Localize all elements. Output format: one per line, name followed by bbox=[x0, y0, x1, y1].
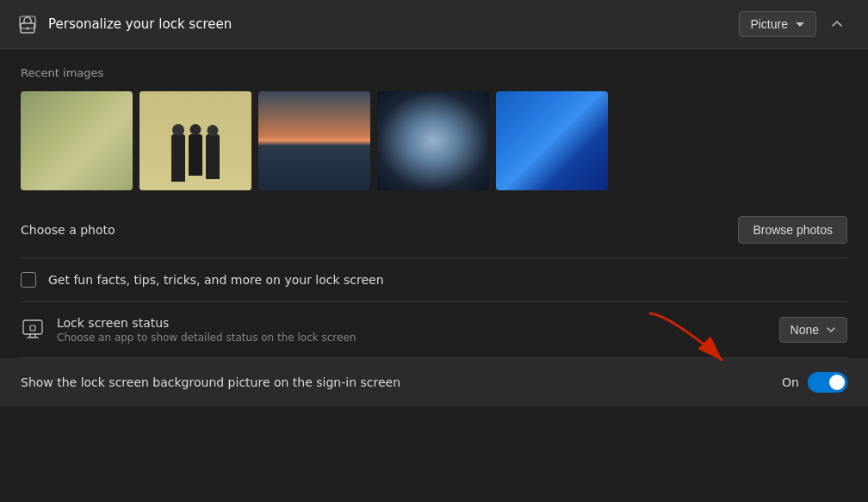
thumbnail-1[interactable] bbox=[21, 91, 133, 190]
none-dropdown-chevron-icon bbox=[826, 325, 836, 335]
choose-photo-row: Choose a photo Browse photos bbox=[21, 208, 847, 258]
header-right: Picture bbox=[739, 10, 851, 38]
page-header: Personalize your lock screen Picture bbox=[0, 0, 868, 49]
svg-point-2 bbox=[27, 28, 29, 30]
lock-screen-icon bbox=[17, 14, 38, 34]
lock-status-left: Lock screen status Choose an app to show… bbox=[21, 316, 356, 344]
fun-facts-checkbox[interactable] bbox=[21, 272, 36, 288]
signin-toggle[interactable] bbox=[808, 372, 847, 393]
fun-facts-label: Get fun facts, tips, tricks, and more on… bbox=[48, 273, 384, 287]
lock-status-title: Lock screen status bbox=[57, 316, 356, 330]
page-title: Personalize your lock screen bbox=[48, 16, 232, 32]
thumbnail-4[interactable] bbox=[377, 91, 489, 190]
lock-status-text: Lock screen status Choose an app to show… bbox=[57, 316, 356, 344]
thumbnail-5[interactable] bbox=[496, 91, 608, 190]
thumbnail-3[interactable] bbox=[258, 91, 370, 190]
lock-status-icon bbox=[21, 318, 45, 342]
browse-photos-button[interactable]: Browse photos bbox=[738, 216, 847, 244]
main-content: Recent images bbox=[0, 49, 868, 501]
background-type-dropdown[interactable]: Picture bbox=[739, 11, 816, 37]
svg-rect-5 bbox=[30, 325, 35, 331]
svg-rect-4 bbox=[23, 320, 42, 334]
signin-screen-label: Show the lock screen background picture … bbox=[21, 375, 400, 389]
recent-images-section: Recent images bbox=[21, 66, 847, 190]
signin-screen-row: Show the lock screen background picture … bbox=[0, 358, 868, 406]
header-left: Personalize your lock screen bbox=[17, 14, 232, 34]
recent-images-title: Recent images bbox=[21, 66, 847, 79]
lock-status-description: Choose an app to show detailed status on… bbox=[57, 332, 356, 344]
collapse-button[interactable] bbox=[823, 10, 851, 38]
signin-right: On bbox=[782, 372, 847, 393]
images-row bbox=[21, 91, 847, 190]
chevron-down-icon bbox=[795, 19, 805, 29]
thumbnail-2-figures bbox=[171, 134, 220, 182]
choose-photo-label: Choose a photo bbox=[21, 223, 115, 237]
lock-status-dropdown[interactable]: None bbox=[779, 317, 847, 343]
fun-facts-row: Get fun facts, tips, tricks, and more on… bbox=[21, 258, 847, 302]
chevron-up-icon bbox=[831, 18, 843, 30]
svg-rect-1 bbox=[20, 16, 35, 28]
thumbnail-2[interactable] bbox=[140, 91, 251, 190]
signin-status-label: On bbox=[782, 375, 799, 389]
lock-status-row: Lock screen status Choose an app to show… bbox=[21, 302, 847, 358]
